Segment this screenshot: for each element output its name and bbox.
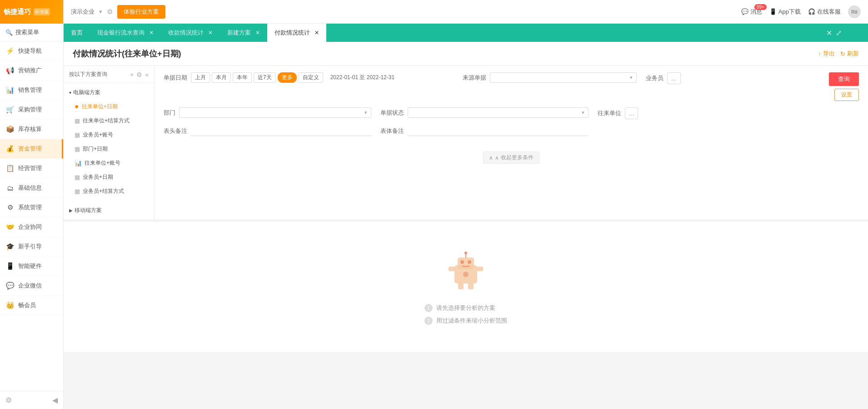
tab-close-payments[interactable]: ✕ (314, 30, 319, 36)
page-actions: ↑ 导出 ↻ 刷新 (818, 50, 859, 58)
scheme-item-icon-staff-settle: ▦ (75, 188, 80, 195)
tab-list: 首页现金银行流水查询✕收款情况统计✕新建方案✕付款情况统计✕ (64, 24, 326, 42)
desktop-section-header[interactable]: ▾ 电脑端方案 (64, 86, 154, 99)
mobile-scheme-section: ▶ 移动端方案 (64, 201, 154, 220)
tab-controls: ✕ ⤢ (826, 29, 845, 37)
notifications-btn[interactable]: 💬 消息 99+ (741, 8, 762, 16)
avatar-text: Rit (851, 9, 857, 15)
tab-bank[interactable]: 现金银行流水查询✕ (90, 24, 161, 42)
topbar-gear-icon[interactable]: ⚙ (107, 8, 113, 16)
scheme-item-staff-date[interactable]: ▦业务员+日期 (64, 170, 154, 184)
query-btn[interactable]: 查询 (829, 72, 859, 86)
table-body-note-input[interactable] (408, 126, 588, 136)
collapse-btn[interactable]: ∧ ∧ 收起更多条件 (483, 151, 539, 164)
sidebar-item-guide[interactable]: 🎓 新手引导 (0, 237, 63, 257)
scheme-item-unit-settle[interactable]: ▦往来单位+结算方式 (64, 114, 154, 128)
tab-payments[interactable]: 付款情况统计✕ (267, 24, 326, 42)
online-service-btn[interactable]: 🎧 在线客服 (808, 8, 841, 16)
scheme-item-staff-settle[interactable]: ▦业务员+结算方式 (64, 184, 154, 198)
scheme-item-icon-staff-date: ▦ (75, 174, 80, 181)
nav-label-guide: 新手引导 (18, 242, 42, 251)
sidebar-item-wechat[interactable]: 💬 企业微信 (0, 276, 63, 296)
nav-label-operations: 经营管理 (18, 164, 42, 172)
sidebar-item-quick-nav[interactable]: ⚡ 快捷导航 (0, 41, 63, 61)
collapse-row: ∧ ∧ 收起更多条件 (164, 142, 859, 173)
voucher-status-select[interactable]: ▾ (408, 107, 588, 118)
sidebar-item-purchase[interactable]: 🛒 采购管理 (0, 100, 63, 120)
maximize-btn[interactable]: ⤢ (836, 29, 842, 37)
scheme-settings-icon[interactable]: ⚙ (136, 71, 142, 78)
dept-select-arrow: ▾ (364, 110, 367, 116)
date-btn-more[interactable]: 更多 (278, 72, 297, 83)
tab-close-bank[interactable]: ✕ (149, 30, 154, 36)
sidebar-item-system[interactable]: ⚙ 系统管理 (0, 198, 63, 217)
message-icon: 💬 (741, 8, 748, 15)
table-header-note-input[interactable] (191, 126, 371, 136)
filter-row-3: 表头备注 表体备注 (164, 126, 859, 136)
scheme-item-unit-date[interactable]: ●往来单位+日期 (64, 99, 154, 114)
company-dropdown-icon[interactable]: ▾ (99, 8, 102, 15)
sidebar-item-hardware[interactable]: 📱 智能硬件 (0, 257, 63, 276)
tab-home[interactable]: 首页 (64, 24, 90, 42)
app-download-btn[interactable]: 📱 App下载 (769, 8, 801, 16)
tab-close-new-scheme[interactable]: ✕ (255, 30, 260, 36)
trial-btn[interactable]: 体验行业方案 (117, 5, 165, 19)
close-tab-btn[interactable]: ✕ (826, 29, 832, 37)
desktop-section-label: 电脑端方案 (73, 89, 100, 96)
export-label: 导出 (823, 50, 835, 58)
user-avatar[interactable]: Rit (848, 5, 861, 18)
main-area: 演示企业 ▾ ⚙ 体验行业方案 💬 消息 99+ 📱 App下载 🎧 在线客服 … (64, 0, 868, 409)
staff-label: 业务员 (646, 74, 663, 82)
date-btn-last_month[interactable]: 上月 (191, 72, 210, 83)
filter-settings-btn[interactable]: 设置 (834, 89, 859, 101)
filter-table-body-note: 表体备注 (380, 126, 588, 136)
nav-icon-wechat: 💬 (5, 281, 15, 290)
refresh-btn[interactable]: ↻ 刷新 (840, 50, 859, 58)
date-btn-last_7_days[interactable]: 近7天 (254, 72, 276, 83)
sidebar-search-label: 搜索菜单 (15, 28, 39, 36)
dept-select[interactable]: ▾ (179, 107, 371, 118)
tab-new-scheme[interactable]: 新建方案✕ (220, 24, 267, 42)
sidebar-item-marketing[interactable]: 📢 营销推广 (0, 61, 63, 81)
nav-label-system: 系统管理 (18, 203, 42, 212)
svg-rect-8 (458, 283, 464, 289)
hint-num-1: 1 (424, 304, 433, 312)
topbar-left: 演示企业 ▾ ⚙ 体验行业方案 (71, 5, 165, 19)
scheme-item-unit-account[interactable]: 📊往来单位+账号 (64, 156, 154, 170)
scheme-item-dept-date[interactable]: ▦部门+日期 (64, 142, 154, 156)
sidebar-nav: ⚡ 快捷导航 📢 营销推广 📊 销售管理 🛒 采购管理 📦 库存核算 💰 资金管… (0, 41, 63, 315)
tab-receipts[interactable]: 收款情况统计✕ (161, 24, 220, 42)
export-btn[interactable]: ↑ 导出 (818, 50, 835, 58)
date-btn-this_year[interactable]: 本年 (233, 72, 252, 83)
svg-rect-1 (458, 258, 474, 269)
tab-close-receipts[interactable]: ✕ (208, 30, 213, 36)
sidebar-item-collab[interactable]: 🤝 企业协同 (0, 217, 63, 237)
scheme-collapse-icon[interactable]: « (145, 71, 149, 78)
refresh-label: 刷新 (847, 50, 859, 58)
date-btn-this_month[interactable]: 本月 (212, 72, 231, 83)
sidebar-item-inventory[interactable]: 📦 库存核算 (0, 120, 63, 139)
sidebar-search[interactable]: 🔍 搜索菜单 (0, 24, 63, 41)
desktop-scheme-section: ▾ 电脑端方案 ●往来单位+日期▦往来单位+结算方式▦业务员+账号▦部门+日期📊… (64, 83, 154, 201)
nav-label-quick-nav: 快捷导航 (18, 47, 42, 55)
sidebar-item-sales[interactable]: 📊 销售管理 (0, 81, 63, 100)
collapse-sidebar-icon[interactable]: ◀ (52, 396, 58, 404)
date-btn-custom[interactable]: 自定义 (299, 72, 323, 83)
sidebar-item-vip[interactable]: 👑 畅会员 (0, 296, 63, 315)
sidebar-item-capital[interactable]: 💰 资金管理 (0, 139, 63, 159)
nav-label-hardware: 智能硬件 (18, 262, 42, 270)
staff-select-btn[interactable]: ... (667, 72, 681, 84)
sidebar-item-operations[interactable]: 📋 经营管理 (0, 159, 63, 178)
hint-text-2: 用过滤条件来缩小分析范围 (436, 317, 507, 325)
settings-icon[interactable]: ⚙ (5, 396, 12, 404)
date-label: 单据日期 (164, 74, 187, 82)
company-name[interactable]: 演示企业 (71, 8, 95, 16)
add-scheme-icon[interactable]: + (130, 71, 134, 78)
sidebar-item-basic[interactable]: 🗂 基础信息 (0, 178, 63, 198)
mobile-section-header[interactable]: ▶ 移动端方案 (64, 204, 154, 217)
partner-select-btn[interactable]: ... (625, 107, 639, 119)
scheme-item-icon-staff-account: ▦ (75, 131, 80, 138)
scheme-item-staff-account[interactable]: ▦业务员+账号 (64, 128, 154, 142)
nav-label-wechat: 企业微信 (18, 282, 42, 290)
source-select[interactable]: ▾ (490, 72, 637, 83)
